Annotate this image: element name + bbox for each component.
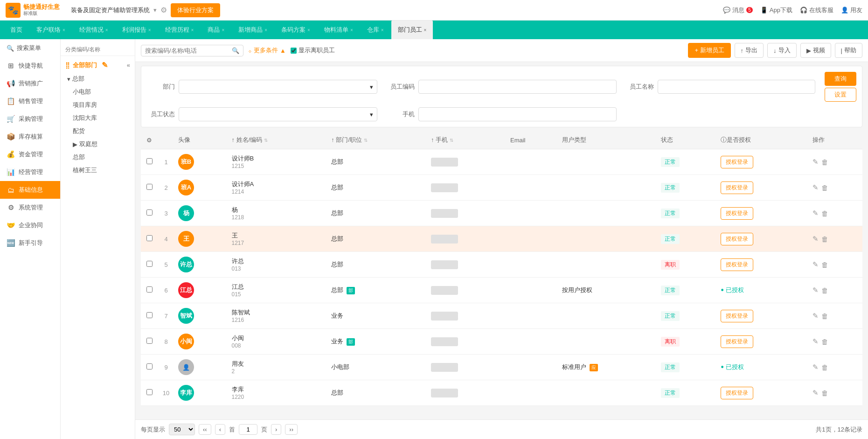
view-button[interactable]: ▶ 视频 bbox=[800, 43, 831, 58]
th-phone[interactable]: ↑ 手机 ⇅ bbox=[427, 131, 507, 149]
row-checkbox[interactable] bbox=[146, 286, 153, 293]
tab-operation[interactable]: 经营情况 × bbox=[73, 21, 115, 39]
help-button[interactable]: | 帮助 bbox=[835, 43, 862, 58]
next-page-btn[interactable]: › bbox=[271, 424, 281, 435]
user-area[interactable]: 👤 用友 bbox=[841, 6, 862, 14]
dept-child-distribution[interactable]: 配货 bbox=[61, 125, 135, 138]
row-checkbox[interactable] bbox=[146, 235, 153, 241]
delete-button[interactable]: 🗑 bbox=[821, 209, 828, 217]
close-icon[interactable]: × bbox=[191, 28, 194, 33]
row-checkbox[interactable] bbox=[146, 363, 153, 369]
row-checkbox[interactable] bbox=[146, 184, 153, 190]
row-checkbox[interactable] bbox=[146, 389, 153, 395]
search-input[interactable] bbox=[145, 47, 229, 54]
dept-child-shuangting[interactable]: ▶ 双庭想 bbox=[61, 138, 135, 151]
delete-button[interactable]: 🗑 bbox=[821, 286, 828, 294]
dept-header[interactable]: ⣿ 全部部门 ✎ « bbox=[61, 58, 135, 72]
edit-button[interactable]: ✎ bbox=[812, 363, 819, 371]
query-button[interactable]: 查询 bbox=[825, 72, 856, 86]
dept-child-hq[interactable]: 总部 bbox=[61, 151, 135, 164]
row-checkbox[interactable] bbox=[146, 338, 153, 344]
delete-button[interactable]: 🗑 bbox=[821, 389, 828, 397]
auth-login-button[interactable]: 授权登录 bbox=[721, 387, 753, 399]
filter-status-select[interactable]: ▾ bbox=[179, 107, 377, 121]
message-icon-group[interactable]: 💬 消息 5 bbox=[723, 6, 753, 14]
show-resigned-input[interactable] bbox=[291, 48, 297, 54]
dept-child-projectroom[interactable]: 项目库房 bbox=[61, 98, 135, 111]
dept-edit-icon[interactable]: ✎ bbox=[102, 61, 108, 70]
auth-login-button[interactable]: 授权登录 bbox=[721, 181, 753, 194]
row-checkbox[interactable] bbox=[146, 312, 153, 318]
close-icon[interactable]: × bbox=[105, 28, 108, 33]
per-page-select[interactable]: 50 20 100 bbox=[169, 424, 195, 435]
filter-empname-input[interactable] bbox=[658, 80, 815, 94]
close-icon[interactable]: × bbox=[222, 28, 224, 33]
tab-profit[interactable]: 利润报告 × bbox=[116, 21, 158, 39]
auth-login-button[interactable]: 授权登录 bbox=[721, 156, 753, 168]
last-page-btn[interactable]: ›› bbox=[285, 424, 298, 435]
filter-phone-input[interactable] bbox=[418, 107, 617, 121]
auth-login-button[interactable]: 授权登录 bbox=[721, 258, 753, 271]
th-name[interactable]: ↑ 姓名/编码 ⇅ bbox=[228, 131, 328, 149]
close-icon[interactable]: × bbox=[350, 28, 353, 33]
edit-button[interactable]: ✎ bbox=[812, 260, 819, 269]
close-icon[interactable]: × bbox=[424, 28, 427, 33]
delete-button[interactable]: 🗑 bbox=[821, 338, 828, 346]
delete-button[interactable]: 🗑 bbox=[821, 184, 828, 192]
th-dept[interactable]: ↑ 部门/职位 ⇅ bbox=[327, 131, 427, 149]
filter-empcode-input[interactable] bbox=[418, 80, 617, 94]
delete-button[interactable]: 🗑 bbox=[821, 158, 828, 166]
tab-goods[interactable]: 商品 × bbox=[201, 21, 231, 39]
page-input[interactable] bbox=[239, 424, 257, 435]
app-download[interactable]: 📱 App下载 bbox=[760, 6, 792, 14]
auth-login-button[interactable]: 授权登录 bbox=[721, 335, 753, 348]
tab-barcode[interactable]: 条码方案 × bbox=[275, 21, 317, 39]
sidebar-item-guide[interactable]: 🆕 新手引导 bbox=[0, 234, 60, 252]
sidebar-item-operation[interactable]: 📊 经营管理 bbox=[0, 163, 60, 181]
delete-button[interactable]: 🗑 bbox=[821, 363, 828, 371]
sidebar-search-menu[interactable]: 🔍 搜索菜单 bbox=[0, 39, 60, 57]
edit-button[interactable]: ✎ bbox=[812, 158, 819, 166]
more-conditions-btn[interactable]: ⬦ 更多条件 ▲ bbox=[248, 46, 286, 55]
close-icon[interactable]: × bbox=[307, 28, 310, 33]
set-button[interactable]: 设置 bbox=[825, 88, 856, 102]
sidebar-item-basicinfo[interactable]: 🗂 基础信息 bbox=[0, 181, 60, 199]
tab-home[interactable]: 首页 bbox=[4, 21, 29, 39]
dept-search-input[interactable] bbox=[65, 46, 135, 53]
sidebar-item-sys[interactable]: ⚙ 系统管理 bbox=[0, 199, 60, 216]
prev-page-btn[interactable]: ‹ bbox=[215, 424, 225, 435]
th-settings[interactable]: ⚙ bbox=[141, 131, 158, 149]
edit-button[interactable]: ✎ bbox=[812, 209, 819, 217]
import-button[interactable]: ↓ 导入 bbox=[767, 43, 797, 58]
collapse-icon[interactable]: « bbox=[127, 62, 130, 69]
dept-child-shenyangbig[interactable]: 沈阳大库 bbox=[61, 111, 135, 125]
tab-bom[interactable]: 物料清单 × bbox=[318, 21, 360, 39]
tab-dept-staff[interactable]: 部门员工 × bbox=[391, 21, 433, 39]
export-button[interactable]: ↑ 导出 bbox=[735, 43, 764, 58]
close-icon[interactable]: × bbox=[381, 28, 384, 33]
row-checkbox[interactable] bbox=[146, 209, 153, 216]
edit-button[interactable]: ✎ bbox=[812, 286, 819, 294]
dept-node-headquarters[interactable]: ▾ 总部 bbox=[61, 72, 135, 85]
auth-login-button[interactable]: 授权登录 bbox=[721, 207, 753, 220]
edit-button[interactable]: ✎ bbox=[812, 312, 819, 320]
delete-button[interactable]: 🗑 bbox=[821, 235, 828, 243]
edit-button[interactable]: ✎ bbox=[812, 337, 819, 346]
delete-button[interactable]: 🗑 bbox=[821, 261, 828, 269]
close-icon[interactable]: × bbox=[62, 28, 65, 33]
dept-child-plantking[interactable]: 植树王三 bbox=[61, 164, 135, 177]
row-checkbox[interactable] bbox=[146, 261, 153, 267]
auth-login-button[interactable]: 授权登录 bbox=[721, 310, 753, 322]
first-page-btn[interactable]: ‹‹ bbox=[199, 424, 211, 435]
sys-dropdown-icon[interactable]: ▾ bbox=[153, 7, 157, 14]
tab-history[interactable]: 经营历程 × bbox=[159, 21, 201, 39]
gear-icon[interactable]: ⚙ bbox=[160, 6, 167, 14]
tab-warehouse[interactable]: 仓库 × bbox=[361, 21, 390, 39]
sidebar-item-inventory[interactable]: 📦 库存核算 bbox=[0, 128, 60, 146]
sidebar-item-corp[interactable]: 🤝 企业协同 bbox=[0, 216, 60, 234]
sidebar-item-capital[interactable]: 💰 资金管理 bbox=[0, 146, 60, 163]
show-resigned-checkbox[interactable]: 显示离职员工 bbox=[291, 46, 335, 55]
delete-button[interactable]: 🗑 bbox=[821, 312, 828, 320]
filter-dept-select[interactable]: ▾ bbox=[179, 80, 377, 94]
edit-button[interactable]: ✎ bbox=[812, 183, 819, 192]
